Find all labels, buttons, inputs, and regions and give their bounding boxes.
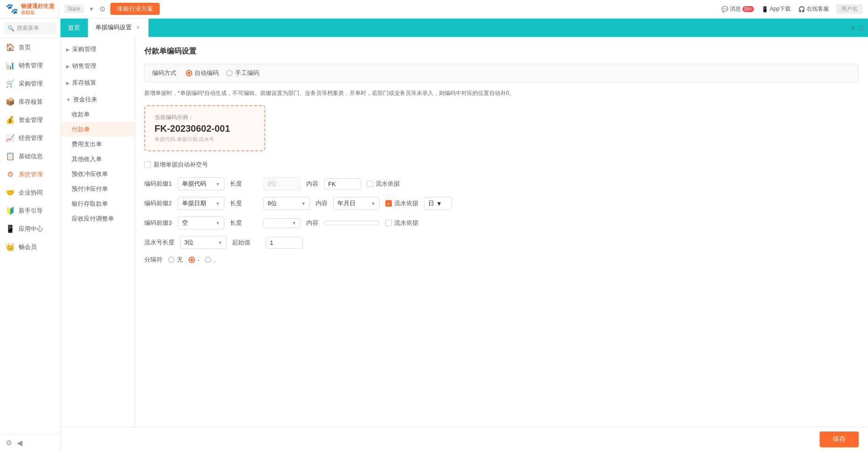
- length1-value: 2位: [268, 180, 277, 187]
- stream1-checkbox[interactable]: [367, 181, 373, 187]
- prefix3-select[interactable]: 空 ▼: [178, 216, 224, 229]
- length2-label: 长度: [230, 199, 258, 208]
- company-arrow-icon[interactable]: ▼: [88, 6, 94, 13]
- search-label: 搜索菜单: [17, 24, 39, 32]
- sidebar-item-inventory[interactable]: 📦 库存核算: [0, 93, 60, 111]
- sidebar-item-apps[interactable]: 📱 应用中心: [0, 220, 60, 238]
- sidebar-item-basic-label: 基础信息: [19, 152, 43, 161]
- info-text: 新增单据时，*单据编码*自动生成，不可编辑。前缀设置为部门、业务员等档案类，开单…: [144, 89, 859, 98]
- serial-length-label: 流水号长度: [144, 238, 175, 247]
- sub-menu-header-purchase[interactable]: ▶ 采购管理: [61, 42, 135, 57]
- content3-input[interactable]: [324, 221, 380, 225]
- sub-menu-bank-deposit-label: 银行存取款单: [72, 200, 108, 207]
- sub-menu-header-inventory[interactable]: ▶ 库存核算: [61, 75, 135, 90]
- sep-none-radio[interactable]: 无: [168, 256, 183, 264]
- separator-label: 分隔符: [144, 256, 162, 264]
- company-selector[interactable]: Nare: [64, 5, 84, 13]
- content-area: 付款单编码设置 编码方式 自动编码 手工编码 新增单据时，*单据编码*自动生成，…: [135, 37, 868, 427]
- sidebar-nav: 🏠 首页 📊 销售管理 🛒 采购管理 📦 库存核算 💰 资金管理 📈 经营管理 …: [0, 38, 60, 434]
- logo-text-group: 畅捷通好生意 旗舰版: [21, 3, 54, 15]
- sub-menu-item-advance-pay[interactable]: 预付冲应付单: [61, 182, 135, 196]
- tab-close-icon[interactable]: ×: [135, 24, 141, 31]
- sep-dash-radio[interactable]: -: [188, 256, 199, 263]
- sub-menu-header-capital[interactable]: ▼ 资金往来: [61, 92, 135, 107]
- apps-icon: 📱: [6, 224, 15, 233]
- maximize-icon[interactable]: □: [859, 24, 863, 32]
- logo-icon: 🐾: [6, 3, 18, 15]
- message-badge: 99+: [742, 6, 754, 12]
- sidebar-item-sales[interactable]: 📊 销售管理: [0, 56, 60, 74]
- sidebar-item-member[interactable]: 👑 畅会员: [0, 238, 60, 256]
- tab-home[interactable]: 首页: [61, 19, 88, 37]
- length2-select[interactable]: 8位 ▼: [263, 197, 310, 210]
- auto-encode-radio[interactable]: 自动编码: [186, 69, 219, 77]
- user-avatar[interactable]: 用户名: [836, 4, 862, 14]
- sidebar-item-inventory-label: 库存核算: [19, 98, 43, 106]
- enterprise-icon: 🤝: [6, 188, 15, 197]
- sidebar-item-basic[interactable]: 📋 基础信息: [0, 147, 60, 165]
- settings-icon[interactable]: ⚙: [99, 5, 106, 13]
- sidebar-settings-icon[interactable]: ⚙: [6, 438, 12, 447]
- auto-fill-row: 新增单据自动补空号: [144, 161, 859, 169]
- sub-menu-receipt-label: 收款单: [72, 111, 90, 118]
- sidebar-search-inner[interactable]: 🔍 搜索菜单: [4, 22, 56, 34]
- basic-icon: 📋: [6, 152, 15, 161]
- sidebar-item-purchase[interactable]: 🛒 采购管理: [0, 74, 60, 93]
- online-service-label: 在线客服: [807, 5, 829, 13]
- length1-input: 2位: [263, 177, 301, 190]
- online-service-button[interactable]: 🎧 在线客服: [798, 5, 829, 13]
- chevron-right-icon-3: ▶: [66, 81, 70, 86]
- finance-icon: 💰: [6, 115, 15, 124]
- auto-encode-dot: [186, 70, 192, 76]
- sub-menu-inventory-label: 库存核算: [72, 79, 96, 87]
- sub-menu-item-bank-deposit[interactable]: 银行存取款单: [61, 196, 135, 211]
- serial-length-select[interactable]: 3位 ▼: [180, 236, 227, 249]
- trial-button[interactable]: 体验行业方案: [110, 3, 160, 15]
- sidebar-item-enterprise[interactable]: 🤝 企业协同: [0, 183, 60, 202]
- sidebar-item-guide[interactable]: 🔰 新手引导: [0, 202, 60, 220]
- sep-dot-radio[interactable]: .: [205, 256, 215, 263]
- sub-menu-header-sales[interactable]: ▶ 销售管理: [61, 59, 135, 74]
- sidebar-item-finance[interactable]: 💰 资金管理: [0, 111, 60, 129]
- length3-select[interactable]: ▼: [263, 218, 301, 228]
- auto-fill-checkbox[interactable]: [144, 162, 151, 168]
- message-button[interactable]: 💬 消息 99+: [721, 5, 754, 13]
- content2-select[interactable]: 年月日 ▼: [333, 197, 380, 210]
- day-arrow-icon: ▼: [436, 200, 442, 207]
- search-icon: 🔍: [7, 25, 14, 32]
- app-download-button[interactable]: 📱 App下载: [761, 5, 791, 13]
- stream3-checkbox[interactable]: [385, 220, 392, 226]
- manual-encode-dot: [226, 70, 233, 76]
- header-left: 🐾 畅捷通好生意 旗舰版 Nare ▼ ⚙ 体验行业方案: [6, 3, 160, 15]
- start-value-input[interactable]: 1: [266, 237, 303, 249]
- day-select[interactable]: 日 ▼: [424, 197, 452, 210]
- prefix1-label: 编码前缀1: [144, 180, 172, 188]
- prefix3-row: 编码前缀3 空 ▼ 长度 ▼ 内容 流水依据: [144, 216, 859, 229]
- content1-value: FK: [328, 181, 336, 188]
- content1-input[interactable]: FK: [324, 178, 361, 190]
- sidebar-collapse-icon[interactable]: ◀: [17, 438, 22, 447]
- minimize-icon[interactable]: ×: [851, 24, 855, 32]
- tab-encode-settings[interactable]: 单据编码设置 ×: [88, 19, 148, 37]
- manual-encode-radio[interactable]: 手工编码: [226, 69, 259, 77]
- stream2-checkbox[interactable]: ✓: [385, 200, 392, 207]
- sidebar-search[interactable]: 🔍 搜索菜单: [0, 19, 60, 38]
- sub-menu-item-receivable-adjust[interactable]: 应收应付调整单: [61, 211, 135, 226]
- sidebar-item-system[interactable]: ⚙ 系统管理: [0, 165, 60, 183]
- sub-menu-item-advance-receive[interactable]: 预收冲应收单: [61, 167, 135, 182]
- save-button[interactable]: 保存: [820, 431, 859, 447]
- content2-value: 年月日: [337, 199, 356, 208]
- sub-menu-item-expense[interactable]: 费用支出单: [61, 137, 135, 152]
- sub-menu-item-payment[interactable]: 付款单: [61, 122, 135, 137]
- sidebar-item-finance-label: 资金管理: [19, 116, 43, 124]
- length1-label: 长度: [230, 180, 258, 188]
- sub-menu-payment-label: 付款单: [72, 126, 90, 133]
- sub-menu-item-other-income[interactable]: 其他收入单: [61, 152, 135, 167]
- prefix2-select[interactable]: 单据日期 ▼: [178, 197, 224, 210]
- prefix1-select[interactable]: 单据代码 ▼: [178, 177, 224, 190]
- sidebar-item-home[interactable]: 🏠 首页: [0, 38, 60, 56]
- sub-menu-item-receipt[interactable]: 收款单: [61, 107, 135, 122]
- sub-menu-group-capital: ▼ 资金往来 收款单 付款单 费用支出单 其他收入单 预收冲应收单 预付冲应付单: [61, 92, 135, 226]
- stream3-label: 流水依据: [394, 219, 418, 227]
- sidebar-item-operations[interactable]: 📈 经营管理: [0, 129, 60, 147]
